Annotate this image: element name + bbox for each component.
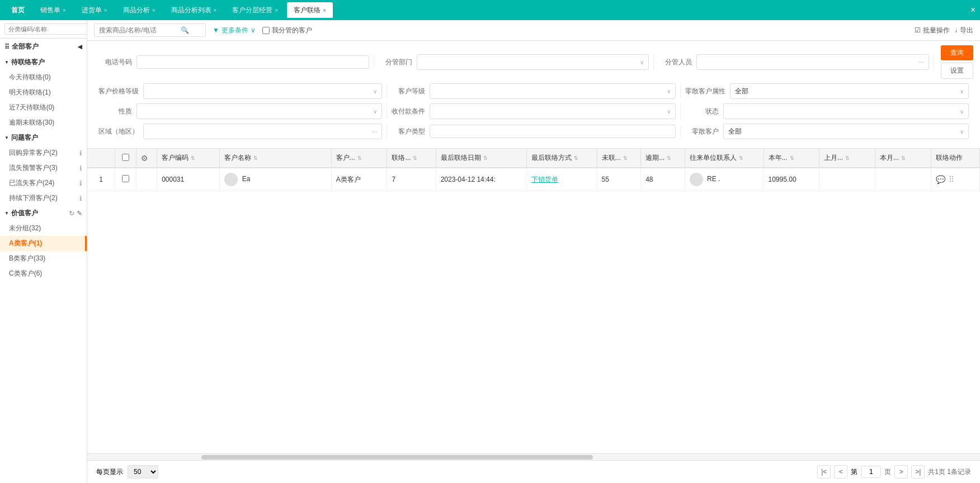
tab-sales-order[interactable]: 销售单 × (34, 2, 73, 18)
more-action-icon[interactable]: ⠿ (949, 175, 954, 184)
table-settings-icon[interactable]: ⚙ (141, 154, 148, 163)
manager-input[interactable]: ··· (696, 54, 929, 70)
payment-select[interactable]: ∨ (430, 103, 675, 119)
sidebar-item-class-b[interactable]: B类客户(33) (0, 251, 87, 266)
bulk-action-button[interactable]: ☑ 批量操作 (915, 26, 950, 35)
th-last-month[interactable]: 上月... ⇅ (819, 149, 875, 168)
horizontal-scrollbar[interactable] (87, 453, 980, 460)
close-purchase-order-icon[interactable]: × (104, 7, 107, 13)
last-page-button[interactable]: >| (911, 465, 925, 479)
sidebar-item-churn-warning[interactable]: 流失预警客户(3) ℹ (0, 160, 87, 176)
phone-input[interactable] (136, 55, 369, 69)
sidebar-item-declining[interactable]: 持续下滑客户(2) ℹ (0, 191, 87, 206)
sort-icon-level: ⇅ (357, 155, 362, 161)
close-customer-contact-icon[interactable]: × (323, 7, 326, 13)
filter-cell-phone: 电话号码 (94, 55, 374, 69)
content-area: 🔍 ▼ 更多条件 ∨ 我分管的客户 ☑ 批量操作 ↓ 导出 (87, 20, 980, 483)
row-checkbox[interactable] (122, 175, 129, 182)
sidebar-item-repurchase-abnormal[interactable]: 回购异常客户(2) ℹ (0, 145, 87, 160)
group-problem-customers[interactable]: ▼ 问题客户 (0, 130, 87, 145)
sidebar-item-ungrouped[interactable]: 未分组(32) (0, 221, 87, 236)
close-product-analysis-icon[interactable]: × (152, 7, 156, 13)
th-name[interactable]: 客户名称 ⇅ (220, 149, 331, 168)
th-year-amount[interactable]: 本年... ⇅ (764, 149, 819, 168)
page-number-input[interactable] (861, 466, 881, 478)
filter-cell-manager: 分管人员 ··· (654, 54, 934, 70)
tab-product-analysis[interactable]: 商品分析 × (116, 2, 162, 18)
filter-row-2: 客户价格等级 ∨ 客户等级 ∨ 零散客户属性 全部 (94, 83, 973, 99)
prev-page-button[interactable]: < (834, 465, 847, 479)
my-customers-checkbox[interactable] (262, 27, 270, 34)
sidebar-item-class-a[interactable]: A类客户(1) (0, 236, 87, 251)
more-filters-button[interactable]: ▼ 更多条件 ∨ (213, 26, 256, 35)
close-customer-tier-icon[interactable]: × (275, 7, 278, 13)
th-overdue[interactable]: 逾期... ⇅ (641, 149, 685, 168)
first-page-button[interactable]: |< (817, 465, 831, 479)
page-size-select[interactable]: 50 100 200 (128, 465, 158, 479)
select-all-checkbox[interactable] (122, 154, 129, 161)
sort-icon-contact-person: ⇅ (739, 155, 743, 161)
main-search-icon[interactable]: 🔍 (181, 26, 189, 34)
th-contact-person[interactable]: 往来单位联系人 ⇅ (685, 149, 764, 168)
tab-customer-tier[interactable]: 客户分层经营 × (225, 2, 285, 18)
retail-attr-select[interactable]: 全部 ∨ (730, 83, 969, 99)
arrow-down-icon-3: ▼ (4, 211, 9, 216)
cell-level: A类客户 (331, 168, 387, 191)
th-settings[interactable]: ⚙ (136, 149, 157, 168)
customer-type-input[interactable] (430, 125, 675, 138)
price-level-select[interactable]: ∨ (143, 83, 382, 99)
close-sales-order-icon[interactable]: × (63, 7, 66, 13)
customer-level-chevron-icon: ∨ (667, 88, 671, 94)
th-this-month[interactable]: 本月... ⇅ (875, 149, 931, 168)
status-select[interactable]: ∨ (723, 103, 969, 119)
message-action-icon[interactable]: 💬 (936, 175, 945, 184)
my-customers-checkbox-area[interactable]: 我分管的客户 (262, 26, 312, 35)
arrow-down-icon: ▼ (4, 60, 9, 65)
customer-level-select[interactable]: ∨ (430, 83, 675, 99)
cell-check[interactable] (115, 168, 136, 191)
retail-customer-select[interactable]: 全部 ∨ (723, 124, 969, 139)
th-last-date[interactable]: 最后联络日期 ⇅ (436, 149, 526, 168)
data-table-area: ⚙ 客户编码 ⇅ 客户名称 ⇅ (87, 149, 980, 453)
main-search-input[interactable] (99, 26, 177, 34)
th-level[interactable]: 客户... ⇅ (331, 149, 387, 168)
status-label: 状态 (685, 107, 719, 116)
filter-cell-region: 区域（地区） ··· (94, 124, 387, 139)
cell-last-method[interactable]: 下销货单 (526, 168, 597, 191)
th-contact-count[interactable]: 联络... ⇅ (387, 149, 436, 168)
collapse-sidebar-icon[interactable]: ◀ (78, 44, 82, 50)
sidebar-item-7days[interactable]: 近7天待联络(0) (0, 100, 87, 115)
sidebar-search-input[interactable] (4, 23, 87, 35)
refresh-icon[interactable]: ↻ (69, 210, 74, 217)
tab-purchase-order[interactable]: 进货单 × (75, 2, 114, 18)
dept-select[interactable]: ∨ (417, 54, 649, 70)
sidebar-item-overdue[interactable]: 逾期未联络(30) (0, 115, 87, 130)
filter-cell-retail-customer: 零散客户 全部 ∨ (681, 124, 973, 139)
scroll-thumb[interactable] (201, 455, 593, 460)
home-tab[interactable]: 首页 (4, 6, 31, 15)
th-uncontact[interactable]: 未联... ⇅ (597, 149, 641, 168)
sidebar-item-churned[interactable]: 已流失客户(24) ℹ (0, 176, 87, 191)
all-customers-header[interactable]: ⠿ 全部客户 ◀ (0, 39, 87, 55)
th-code[interactable]: 客户编码 ⇅ (157, 149, 220, 168)
next-page-button[interactable]: > (894, 465, 908, 479)
contact-method-link[interactable]: 下销货单 (531, 176, 558, 183)
th-last-method[interactable]: 最后联络方式 ⇅ (526, 149, 597, 168)
query-button[interactable]: 查询 (941, 45, 973, 60)
close-product-analysis-list-icon[interactable]: × (214, 7, 217, 13)
nature-select[interactable]: ∨ (136, 103, 382, 119)
sidebar-item-tomorrow[interactable]: 明天待联络(1) (0, 85, 87, 100)
group-value-customers[interactable]: ▼ 价值客户 ↻ ✎ (0, 206, 87, 221)
window-close-icon[interactable]: × (970, 5, 976, 15)
export-button[interactable]: ↓ 导出 (954, 26, 973, 35)
group-pending-contact[interactable]: ▼ 待联络客户 (0, 55, 87, 70)
retail-customer-label: 零散客户 (685, 127, 719, 136)
settings-button[interactable]: 设置 (941, 63, 973, 79)
region-input[interactable]: ··· (143, 124, 382, 139)
edit-icon[interactable]: ✎ (77, 210, 82, 217)
sidebar-item-today[interactable]: 今天待联络(0) (0, 70, 87, 85)
tab-customer-contact[interactable]: 客户联络 × (287, 2, 333, 18)
sidebar-search-bar: 🔍 (0, 20, 87, 39)
tab-product-analysis-list[interactable]: 商品分析列表 × (164, 2, 224, 18)
sidebar-item-class-c[interactable]: C类客户(6) (0, 266, 87, 281)
